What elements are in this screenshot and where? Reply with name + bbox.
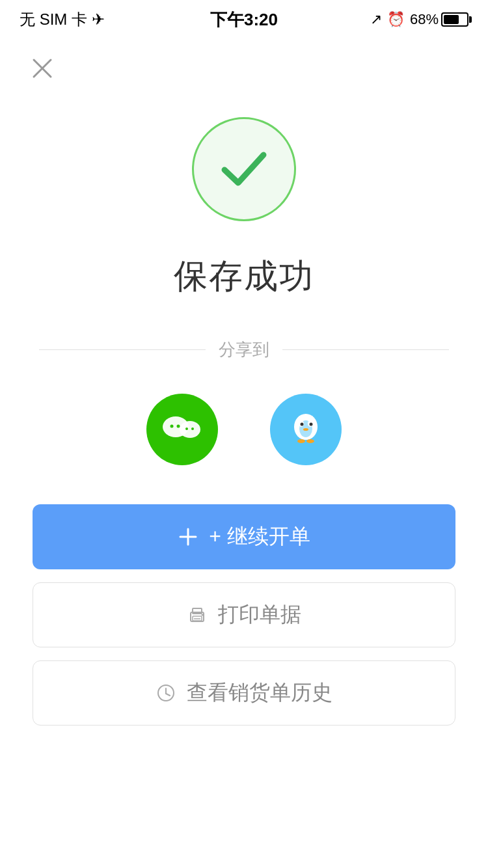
action-buttons: + 继续开单 打印单据	[33, 504, 455, 726]
svg-point-7	[191, 427, 194, 430]
printer-icon	[187, 604, 208, 625]
print-label: 打印单据	[218, 601, 301, 629]
status-left: 无 SIM 卡 ✈	[20, 9, 105, 30]
arrow-icon: ↗	[370, 11, 382, 28]
checkmark-icon	[215, 139, 273, 200]
svg-point-3	[180, 421, 200, 438]
close-button[interactable]	[26, 52, 59, 85]
svg-point-23	[202, 614, 204, 616]
history-button[interactable]: 查看销货单历史	[33, 660, 455, 726]
share-icons	[0, 394, 488, 465]
sim-label: 无 SIM 卡 ✈	[20, 9, 105, 30]
wechat-share-button[interactable]	[146, 394, 218, 465]
svg-point-15	[297, 439, 305, 443]
clock-icon	[156, 683, 176, 703]
svg-point-6	[185, 427, 188, 430]
share-divider: 分享到	[0, 338, 488, 361]
history-label: 查看销货单历史	[187, 679, 332, 707]
qq-share-button[interactable]	[270, 394, 342, 465]
battery-fill	[444, 15, 459, 24]
success-circle	[192, 117, 296, 221]
success-title: 保存成功	[174, 254, 314, 299]
share-label: 分享到	[206, 338, 282, 361]
continue-button[interactable]: + 继续开单	[33, 504, 455, 569]
status-right: ↗ ⏰ 68%	[370, 11, 468, 28]
svg-line-26	[166, 694, 170, 696]
svg-point-14	[303, 428, 308, 431]
print-button[interactable]: 打印单据	[33, 582, 455, 647]
alarm-icon: ⏰	[387, 11, 405, 28]
continue-label: + 继续开单	[209, 522, 310, 551]
svg-point-13	[310, 423, 313, 426]
status-time: 下午3:20	[210, 8, 278, 31]
svg-point-4	[170, 425, 174, 428]
svg-point-16	[306, 439, 314, 443]
svg-point-12	[301, 423, 304, 426]
svg-point-5	[177, 425, 180, 428]
status-bar: 无 SIM 卡 ✈ 下午3:20 ↗ ⏰ 68%	[0, 0, 488, 39]
plus-icon	[178, 526, 198, 547]
battery-icon	[441, 12, 468, 27]
battery-pct: 68%	[410, 11, 439, 28]
share-section: 分享到	[0, 338, 488, 465]
battery-indicator: 68%	[410, 11, 468, 28]
main-content: 保存成功 分享到	[0, 39, 488, 726]
